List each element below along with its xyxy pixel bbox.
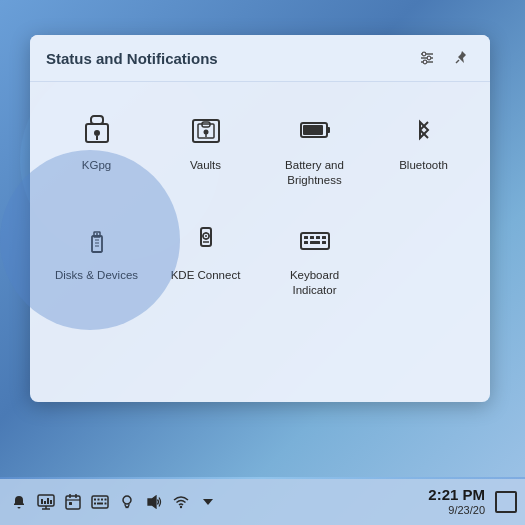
icon-grid: KGpg Vaults (46, 102, 474, 306)
kdeconnect-label: KDE Connect (171, 268, 241, 283)
svg-rect-45 (44, 501, 46, 504)
svg-point-4 (427, 56, 431, 60)
svg-rect-58 (94, 503, 96, 505)
svg-rect-36 (316, 236, 320, 239)
monitor-icon[interactable] (35, 491, 57, 513)
expand-icon[interactable] (197, 491, 219, 513)
keyboard-indicator-item[interactable]: KeyboardIndicator (264, 212, 365, 306)
disks-icon (77, 220, 117, 260)
panel-actions (414, 47, 474, 69)
bluetooth-label: Bluetooth (399, 158, 448, 173)
keyboard-indicator-icon (295, 220, 335, 260)
svg-rect-48 (66, 496, 80, 509)
svg-point-64 (180, 506, 182, 508)
svg-rect-60 (105, 503, 107, 505)
svg-point-5 (423, 60, 427, 64)
svg-rect-47 (50, 500, 52, 504)
calendar-icon[interactable] (62, 491, 84, 513)
bluetooth-icon (404, 110, 444, 150)
svg-line-6 (456, 60, 459, 63)
kdeconnect-icon (186, 220, 226, 260)
svg-rect-39 (310, 241, 320, 244)
svg-rect-40 (322, 241, 326, 244)
kgpg-label: KGpg (82, 158, 111, 173)
svg-rect-34 (304, 236, 308, 239)
svg-point-14 (203, 130, 208, 135)
clock-date: 9/23/20 (448, 504, 485, 517)
vaults-label: Vaults (190, 158, 221, 173)
svg-rect-37 (322, 236, 326, 239)
svg-rect-44 (41, 499, 43, 504)
svg-rect-54 (94, 499, 96, 501)
disks-item[interactable]: Disks & Devices (46, 212, 147, 306)
status-notifications-panel: Status and Notifications (30, 35, 490, 402)
svg-rect-35 (310, 236, 314, 239)
battery-icon (295, 110, 335, 150)
svg-rect-52 (69, 502, 72, 505)
svg-marker-63 (148, 496, 156, 508)
panel-header: Status and Notifications (30, 35, 490, 82)
svg-rect-59 (97, 503, 103, 505)
kgpg-icon (77, 110, 117, 150)
battery-label: Battery andBrightness (285, 158, 344, 188)
svg-point-28 (205, 235, 207, 237)
lightbulb-icon[interactable] (116, 491, 138, 513)
svg-rect-20 (94, 232, 100, 237)
taskbar-left-icons (8, 491, 219, 513)
svg-point-9 (94, 130, 100, 136)
disks-label: Disks & Devices (55, 268, 138, 283)
svg-rect-7 (91, 116, 103, 124)
svg-rect-18 (303, 125, 323, 135)
svg-rect-53 (92, 496, 108, 508)
panel-title: Status and Notifications (46, 50, 218, 67)
wifi-icon[interactable] (170, 491, 192, 513)
configure-button[interactable] (414, 47, 440, 69)
panel-content: KGpg Vaults (30, 82, 490, 402)
bluetooth-item[interactable]: Bluetooth (373, 102, 474, 196)
configure-icon (418, 49, 436, 67)
svg-point-3 (422, 52, 426, 56)
svg-rect-57 (105, 499, 107, 501)
desktop-button[interactable] (495, 491, 517, 513)
svg-marker-65 (203, 499, 213, 505)
vaults-icon (186, 110, 226, 150)
taskbar: 2:21 PM 9/23/20 (0, 479, 525, 525)
svg-rect-17 (327, 127, 330, 133)
notification-bell-icon[interactable] (8, 491, 30, 513)
svg-rect-55 (98, 499, 100, 501)
kdeconnect-item[interactable]: KDE Connect (155, 212, 256, 306)
clock-time: 2:21 PM (428, 486, 485, 504)
battery-item[interactable]: Battery andBrightness (264, 102, 365, 196)
svg-rect-38 (304, 241, 308, 244)
pin-icon (452, 49, 470, 67)
svg-point-24 (96, 233, 98, 235)
svg-rect-46 (47, 498, 49, 504)
vaults-item[interactable]: Vaults (155, 102, 256, 196)
svg-rect-56 (101, 499, 103, 501)
keyboard-indicator-label: KeyboardIndicator (290, 268, 339, 298)
kgpg-item[interactable]: KGpg (46, 102, 147, 196)
svg-point-61 (123, 496, 131, 504)
taskbar-keyboard-icon[interactable] (89, 491, 111, 513)
taskbar-clock[interactable]: 2:21 PM 9/23/20 (428, 486, 485, 517)
svg-rect-19 (92, 236, 102, 252)
pin-button[interactable] (448, 47, 474, 69)
speaker-icon[interactable] (143, 491, 165, 513)
